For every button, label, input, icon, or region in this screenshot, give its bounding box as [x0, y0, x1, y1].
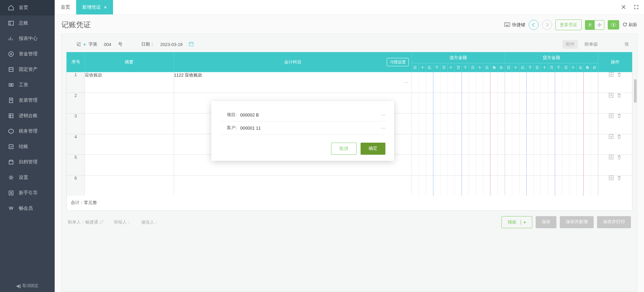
save-and-new-button[interactable]: 保存并新增	[560, 216, 594, 228]
debit-cell[interactable]	[412, 72, 505, 93]
customer-more-icon[interactable]: ⋯	[381, 126, 385, 131]
next-voucher-button[interactable]	[542, 20, 552, 30]
attachment-button[interactable]: 附件	[562, 40, 578, 49]
project-label: 项目:	[220, 112, 237, 118]
voucher-type-select[interactable]: 记	[76, 41, 81, 47]
credit-cell[interactable]	[505, 113, 598, 134]
insert-row-icon[interactable]	[609, 155, 613, 160]
summary-cell[interactable]: 应收账款	[85, 72, 174, 93]
th-ops: 操作	[598, 52, 632, 72]
credit-cell[interactable]	[505, 134, 598, 155]
debit-cell[interactable]	[412, 175, 505, 196]
total-row: 合计： 零元整	[66, 195, 632, 211]
summary-cell[interactable]	[85, 155, 174, 176]
visibility-button[interactable]	[608, 20, 619, 30]
fullscreen-icon[interactable]	[631, 2, 641, 12]
sidebar-item-archive[interactable]: 归档管理	[0, 154, 55, 170]
save-button[interactable]: 保存	[536, 216, 556, 228]
voucher-number-input[interactable]: 004	[100, 41, 115, 48]
date-input[interactable]: 2023-03-19	[157, 41, 186, 48]
template-button[interactable]: 模板 ▾	[501, 216, 532, 228]
chevron-down-icon[interactable]: ▾	[84, 42, 86, 47]
tab-home[interactable]: 首页	[55, 0, 76, 14]
insert-row-icon[interactable]	[609, 134, 613, 140]
customer-input[interactable]	[240, 126, 378, 131]
sidebar-item-stock[interactable]: 进销台账	[0, 108, 55, 124]
tab-new-voucher[interactable]: 新增凭证 ✕	[76, 0, 113, 14]
size-large[interactable]: 大	[585, 20, 595, 30]
project-more-icon[interactable]: ⋯	[381, 112, 385, 117]
sidebar-item-report[interactable]: 报表中心	[0, 31, 55, 46]
row-seq: 1	[67, 72, 85, 93]
pin-icon: ◀‖	[16, 284, 21, 288]
more-vouchers-button[interactable]: 更多凭证	[555, 19, 582, 30]
scrollbar[interactable]	[634, 79, 637, 103]
sidebar-item-salary[interactable]: 工资	[0, 77, 55, 93]
insert-row-icon[interactable]	[609, 176, 613, 181]
table-row: 1应收账款1122 应收账款⋯	[67, 72, 632, 93]
settings-icon	[8, 175, 14, 181]
credit-cell[interactable]	[505, 93, 598, 113]
cancel-button[interactable]: 取消	[331, 143, 357, 155]
sidebar-item-asset[interactable]: 固定资产	[0, 62, 55, 77]
pin-toggle[interactable]: ◀‖ 取消固定	[0, 280, 55, 292]
credit-cell[interactable]	[505, 155, 598, 176]
sidebar-item-settings[interactable]: 设置	[0, 170, 55, 185]
shortcut-button[interactable]: 快捷键	[504, 22, 525, 28]
summary-cell[interactable]	[85, 93, 174, 113]
insert-row-icon[interactable]	[609, 72, 613, 78]
sidebar-item-fund[interactable]: 资金管理	[0, 46, 55, 62]
credit-cell[interactable]	[505, 175, 598, 196]
sidebar-item-invoice[interactable]: 发票管理	[0, 93, 55, 108]
debit-cell[interactable]	[412, 155, 505, 176]
account-more-icon[interactable]: ⋯	[404, 80, 408, 85]
digit-header: 万	[548, 64, 555, 71]
delete-row-icon[interactable]	[617, 134, 622, 140]
tab-close-icon[interactable]: ✕	[104, 5, 107, 10]
sidebar-item-guide[interactable]: 新手引导	[0, 185, 55, 201]
sidebar-item-home[interactable]: 首页	[0, 0, 55, 15]
prev-voucher-button[interactable]	[529, 20, 539, 30]
calendar-icon[interactable]	[189, 41, 194, 48]
size-small[interactable]: 小	[595, 20, 604, 30]
delete-row-icon[interactable]	[617, 72, 622, 78]
sidebar-item-tax[interactable]: 税务管理	[0, 124, 55, 139]
insert-row-icon[interactable]	[609, 93, 613, 99]
size-toggle: 大 小	[585, 20, 604, 30]
sidebar-item-close[interactable]: 结账	[0, 139, 55, 154]
svg-rect-10	[9, 191, 13, 195]
habit-settings-button[interactable]: 习惯设置	[387, 58, 409, 66]
credit-cell[interactable]	[505, 72, 598, 93]
project-input[interactable]	[240, 112, 378, 117]
th-debit: 借方金额	[412, 53, 505, 63]
digit-header: 百	[534, 64, 541, 71]
delete-row-icon[interactable]	[617, 176, 622, 181]
customer-label: 客户:	[220, 125, 237, 131]
insert-row-icon[interactable]	[609, 113, 613, 119]
summary-cell[interactable]	[85, 134, 174, 155]
invoice-icon	[8, 97, 14, 103]
archive-icon	[8, 159, 14, 165]
save-and-print-button[interactable]: 保存并打印	[597, 216, 631, 228]
delete-row-icon[interactable]	[617, 113, 622, 119]
account-cell[interactable]: 1122 应收账款⋯	[174, 72, 412, 93]
account-cell[interactable]	[174, 175, 412, 196]
refresh-button[interactable]: 刷新	[623, 22, 637, 28]
delete-row-icon[interactable]	[617, 93, 622, 99]
debit-cell[interactable]	[412, 93, 505, 113]
svg-point-15	[507, 23, 508, 24]
svg-rect-19	[189, 42, 193, 46]
digit-header: 元	[577, 64, 584, 71]
delete-row-icon[interactable]	[617, 155, 622, 160]
chevron-down-icon[interactable]: ▾	[521, 220, 526, 225]
sidebar-item-ledger[interactable]: 总账	[0, 15, 55, 31]
summary-cell[interactable]	[85, 175, 174, 196]
summary-cell[interactable]	[85, 113, 174, 134]
debit-cell[interactable]	[412, 113, 505, 134]
close-window-icon[interactable]	[619, 2, 629, 12]
svg-point-4	[10, 84, 12, 86]
sidebar: 首页总账报表中心资金管理固定资产工资发票管理进销台账税务管理结账归档管理设置新手…	[0, 0, 55, 292]
confirm-button[interactable]: 确定	[361, 143, 385, 155]
debit-cell[interactable]	[412, 134, 505, 155]
sidebar-item-vip[interactable]: 畅会员	[0, 201, 55, 216]
